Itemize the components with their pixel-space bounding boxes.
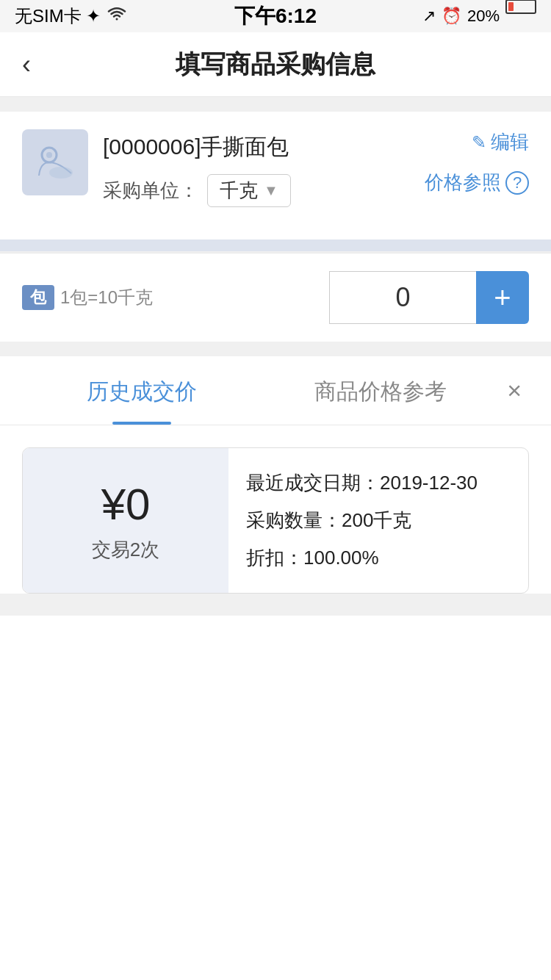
nav-bar: ‹ 填写商品采购信息 bbox=[0, 32, 551, 97]
tab-product-price-ref[interactable]: 商品价格参考 bbox=[261, 356, 500, 425]
product-header: [0000006]手撕面包 采购单位： 千克 ▼ ✎ 编辑 价格参照 ? bbox=[22, 129, 529, 207]
quantity-control: 0 + bbox=[329, 271, 529, 324]
tabs-header: 历史成交价 商品价格参考 × bbox=[0, 356, 551, 425]
unit-box-icon: 包 bbox=[22, 285, 54, 310]
quantity-section: 包 1包=10千克 0 + bbox=[0, 253, 551, 342]
price-display: ¥0 bbox=[101, 479, 151, 530]
tabs-section: 历史成交价 商品价格参考 × ¥0 交易2次 最近成交日期：2019-12-30… bbox=[0, 356, 551, 594]
svg-point-2 bbox=[49, 167, 73, 179]
quantity-input[interactable]: 0 bbox=[329, 271, 476, 324]
unit-value: 千克 bbox=[220, 178, 258, 203]
product-name-area: [0000006]手撕面包 采购单位： 千克 ▼ bbox=[103, 129, 291, 207]
unit-row: 采购单位： 千克 ▼ bbox=[103, 174, 291, 207]
status-left: 无SIM卡 ✦ bbox=[15, 4, 127, 28]
status-bar: 无SIM卡 ✦ 下午6:12 ↗ ⏰ 20% bbox=[0, 0, 551, 32]
divider bbox=[0, 239, 551, 251]
status-time: 下午6:12 bbox=[234, 2, 317, 30]
price-ref-button[interactable]: 价格参照 ? bbox=[425, 170, 529, 195]
unit-label: 采购单位： bbox=[103, 178, 198, 203]
battery-icon bbox=[505, 0, 536, 33]
wifi-icon bbox=[107, 6, 127, 26]
price-number: 0 bbox=[126, 480, 150, 529]
history-price-left: ¥0 交易2次 bbox=[23, 448, 228, 593]
tab-close-button[interactable]: × bbox=[500, 361, 529, 419]
edit-icon: ✎ bbox=[472, 132, 486, 153]
product-right: ✎ 编辑 价格参照 ? bbox=[425, 129, 529, 195]
unit-info: 包 1包=10千克 bbox=[22, 285, 329, 310]
battery-percent: 20% bbox=[467, 7, 500, 26]
quantity-plus-button[interactable]: + bbox=[476, 271, 529, 324]
unit-box-text: 包 bbox=[30, 287, 46, 309]
page-title: 填写商品采购信息 bbox=[176, 48, 375, 82]
product-name: [0000006]手撕面包 bbox=[103, 132, 291, 162]
history-card: ¥0 交易2次 最近成交日期：2019-12-30 采购数量：200千克 折扣：… bbox=[22, 447, 529, 594]
unit-conversion: 1包=10千克 bbox=[60, 286, 153, 309]
unit-select[interactable]: 千克 ▼ bbox=[207, 174, 291, 207]
transaction-count: 交易2次 bbox=[92, 537, 159, 563]
location-icon: ↗ bbox=[422, 7, 436, 26]
edit-button[interactable]: ✎ 编辑 bbox=[472, 129, 529, 155]
qty-line: 采购数量：200千克 bbox=[246, 508, 511, 533]
product-card: [0000006]手撕面包 采购单位： 千克 ▼ ✎ 编辑 价格参照 ? bbox=[0, 112, 551, 239]
product-left: [0000006]手撕面包 采购单位： 千克 ▼ bbox=[22, 129, 291, 207]
product-thumbnail bbox=[22, 129, 88, 195]
discount-line: 折扣：100.00% bbox=[246, 545, 511, 571]
carrier-text: 无SIM卡 ✦ bbox=[15, 4, 101, 28]
status-right: ↗ ⏰ 20% bbox=[422, 0, 536, 33]
alarm-icon: ⏰ bbox=[442, 7, 461, 26]
recent-date-line: 最近成交日期：2019-12-30 bbox=[246, 470, 511, 496]
svg-point-1 bbox=[46, 152, 52, 158]
tab-history-price[interactable]: 历史成交价 bbox=[22, 356, 261, 425]
back-button[interactable]: ‹ bbox=[15, 42, 38, 87]
bottom-area bbox=[0, 616, 551, 980]
history-price-right: 最近成交日期：2019-12-30 采购数量：200千克 折扣：100.00% bbox=[228, 448, 528, 593]
price-symbol: ¥ bbox=[101, 480, 126, 529]
help-icon: ? bbox=[505, 171, 529, 195]
unit-chevron-icon: ▼ bbox=[264, 182, 278, 199]
quantity-row: 包 1包=10千克 0 + bbox=[0, 253, 551, 342]
